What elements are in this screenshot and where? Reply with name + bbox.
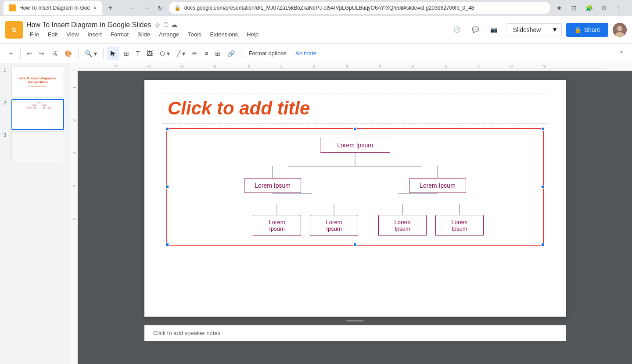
cast-button[interactable]: ⊡ — [568, 2, 580, 14]
new-tab-button[interactable]: + — [104, 2, 116, 14]
canvas-scroll-area: Click to add title — [78, 71, 632, 364]
toolbar-link-button[interactable]: 🔗 — [225, 46, 237, 61]
cloud-icon[interactable]: ☁ — [171, 21, 177, 29]
menu-help[interactable]: Help — [243, 30, 262, 39]
level2-left-col: Lorem Ipsum — [244, 166, 301, 193]
menu-slide[interactable]: Slide — [134, 30, 154, 39]
meet-button[interactable]: 📷 — [487, 23, 501, 37]
menu-tools[interactable]: Tools — [184, 30, 205, 39]
org-level-root: Lorem Ipsum — [176, 138, 534, 153]
toolbar-line-button[interactable]: ╱ ▾ — [174, 46, 188, 61]
left-branch: Lorem Ipsum Lorem Ipsum — [244, 193, 341, 236]
format-options-button[interactable]: Format options — [245, 48, 290, 58]
main-area: 1 How To Insert Diagram InGoogle Slides … — [0, 63, 632, 364]
menu-arrange[interactable]: Arrange — [155, 30, 183, 39]
handle-top-right[interactable] — [541, 127, 545, 131]
browser-nav-icons: ← → ↻ — [126, 2, 166, 14]
slideshow-dropdown-button[interactable]: ▼ — [548, 23, 561, 36]
star-icon[interactable]: ☆ — [154, 21, 161, 29]
animate-button[interactable]: Animate — [292, 48, 320, 58]
left-h-connector — [253, 193, 332, 204]
address-bar[interactable]: 🔒 docs.google.com/presentation/d/1_MJ07Z… — [169, 2, 550, 14]
forward-button[interactable]: → — [140, 2, 152, 14]
svg-text:1: 1 — [72, 86, 76, 89]
toolbar-textbox-button[interactable]: T — [133, 46, 143, 61]
slide-canvas[interactable]: Click to add title — [144, 80, 566, 317]
menu-edit[interactable]: Edit — [44, 30, 61, 39]
slide-title-placeholder[interactable]: Click to add title — [168, 98, 310, 118]
org-node-gc3[interactable]: Lorem Ipsum — [378, 215, 427, 236]
drive-icon[interactable]: ⬡ — [163, 21, 169, 29]
canvas-with-vruler: 1 2 3 4 5 Click to add title — [70, 71, 632, 364]
org-node-gc4[interactable]: Lorem Ipsum — [435, 215, 484, 236]
toolbar-layout-button[interactable]: ⊞ — [121, 46, 132, 61]
handle-bottom-middle[interactable] — [353, 243, 357, 246]
handle-top-left[interactable] — [165, 127, 169, 131]
share-button[interactable]: 🔒 Share — [566, 23, 608, 37]
org-node-gc2[interactable]: Lorem Ipsum — [310, 215, 358, 236]
svg-text:-1: -1 — [213, 64, 216, 68]
comments-button[interactable]: 💬 — [469, 23, 483, 37]
menu-view[interactable]: View — [63, 30, 82, 39]
user-avatar[interactable] — [613, 23, 627, 37]
org-chart: Lorem Ipsum — [176, 138, 534, 236]
reload-button[interactable]: ↻ — [154, 2, 166, 14]
browser-tab[interactable]: How To Insert Diagram In Google... × — [4, 1, 102, 15]
org-node-child-right[interactable]: Lorem Ipsum — [409, 178, 466, 193]
back-button[interactable]: ← — [126, 2, 138, 14]
level2-right-col: Lorem Ipsum — [409, 166, 466, 193]
slide-thumb-1[interactable]: How To Insert Diagram InGoogle Slides A … — [11, 67, 64, 97]
slideshow-button[interactable]: Slideshow — [506, 23, 549, 36]
vruler-svg: 1 2 3 4 5 — [70, 71, 78, 364]
toolbar-zoom-button[interactable]: 🔍 ▾ — [82, 46, 100, 61]
toolbar-add-button[interactable]: ＋ — [5, 46, 17, 61]
diagram-container[interactable]: Lorem Ipsum — [166, 128, 544, 246]
toolbar-image-button[interactable]: 🖼 — [144, 46, 155, 61]
presentation-title[interactable]: How To Insert Diagram In Google Slides — [26, 21, 151, 29]
notes-placeholder[interactable]: Click to add speaker notes — [153, 330, 220, 336]
level3-wrapper: Lorem Ipsum Lorem Ipsum — [244, 193, 466, 236]
extension-button[interactable]: 🧩 — [583, 2, 595, 14]
toolbar-print-button[interactable]: 🖨 — [49, 46, 60, 61]
tab-close-button[interactable]: × — [93, 4, 97, 11]
org-node-child-left[interactable]: Lorem Ipsum — [244, 178, 301, 193]
connector-h-level2 — [288, 166, 422, 167]
menu-insert[interactable]: Insert — [84, 30, 105, 39]
history-button[interactable]: 🕐 — [450, 23, 464, 37]
toolbar-collapse-button[interactable]: ⌃ — [616, 46, 627, 61]
handle-middle-left[interactable] — [165, 185, 169, 189]
toolbar-shapes-button[interactable]: ⬡ ▾ — [157, 46, 172, 61]
svg-text:-4: -4 — [114, 64, 118, 68]
svg-text:3: 3 — [72, 152, 76, 154]
menu-dots-button[interactable]: ⋮ — [613, 2, 625, 14]
slideshow-button-group: Slideshow ▼ — [506, 23, 562, 36]
toolbar-redo-button[interactable]: ↪ — [36, 46, 47, 61]
vertical-ruler: 1 2 3 4 5 — [70, 71, 78, 364]
slide-thumb-3[interactable] — [11, 132, 64, 162]
toolbar-cursor-button[interactable] — [107, 46, 119, 61]
menu-file[interactable]: File — [26, 30, 43, 39]
bookmark-star-button[interactable]: ★ — [553, 2, 565, 14]
handle-middle-right[interactable] — [541, 185, 545, 189]
toolbar-paragraph-button[interactable]: ≡ — [202, 46, 211, 61]
toolbar-table-button[interactable]: ⊞ — [212, 46, 223, 61]
left-grandchildren: Lorem Ipsum Lorem Ipsum — [253, 204, 332, 236]
slide-thumb-2[interactable]: Lorem Ipsum Lorem Ipsum Lorem Ipsum — [11, 99, 64, 130]
gc1-v-connector — [276, 204, 277, 215]
toolbar-pen-button[interactable]: ✏ — [190, 46, 200, 61]
profile-button[interactable]: ⊙ — [598, 2, 610, 14]
org-node-gc1[interactable]: Lorem Ipsum — [253, 215, 301, 236]
svg-text:2: 2 — [313, 64, 315, 68]
toolbar-undo-button[interactable]: ↩ — [24, 46, 35, 61]
handle-top-middle[interactable] — [353, 127, 357, 131]
title-placeholder-box[interactable]: Click to add title — [162, 93, 548, 124]
handle-bottom-right[interactable] — [541, 243, 545, 246]
menu-extensions[interactable]: Extensions — [207, 30, 242, 39]
handle-bottom-left[interactable] — [165, 243, 169, 246]
toolbar-paintformat-button[interactable]: 🎨 — [62, 46, 75, 61]
org-node-root[interactable]: Lorem Ipsum — [320, 138, 390, 153]
menu-format[interactable]: Format — [107, 30, 132, 39]
svg-text:6: 6 — [445, 64, 447, 68]
svg-text:5: 5 — [412, 64, 414, 68]
notes-bar[interactable]: Click to add speaker notes — [144, 325, 566, 341]
